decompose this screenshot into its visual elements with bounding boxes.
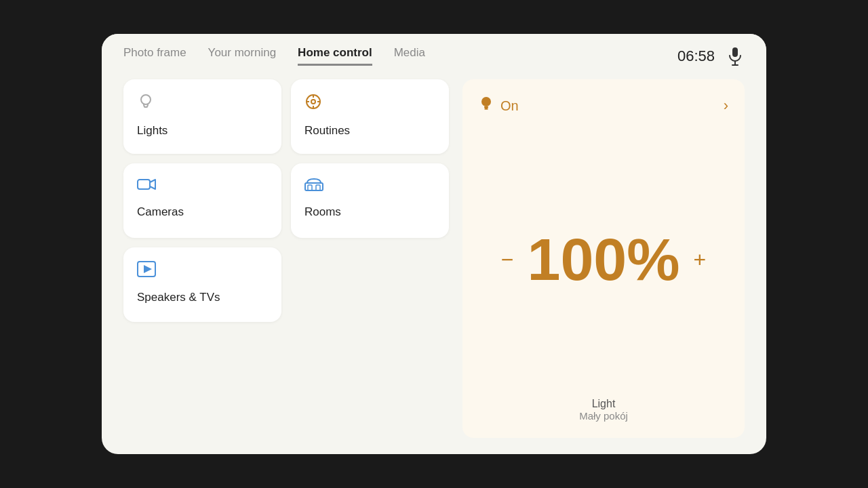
- brightness-value: 100%: [527, 230, 679, 289]
- cameras-label: Cameras: [137, 205, 268, 219]
- chevron-right-icon[interactable]: ›: [724, 97, 728, 115]
- tab-home-control[interactable]: Home control: [298, 46, 372, 66]
- light-room-name: Mały pokój: [479, 410, 728, 422]
- routines-label: Routines: [304, 124, 435, 138]
- bulb-on-icon: [479, 96, 494, 116]
- speakers-tvs-icon: [137, 261, 268, 280]
- top-bar: Photo frame Your morning Home control Me…: [102, 34, 766, 73]
- decrease-brightness-button[interactable]: −: [501, 249, 514, 270]
- tab-media[interactable]: Media: [394, 46, 425, 66]
- increase-brightness-button[interactable]: +: [694, 249, 707, 270]
- speakers-tvs-label: Speakers & TVs: [137, 291, 268, 304]
- cameras-icon: [137, 177, 268, 195]
- rooms-label: Rooms: [304, 205, 435, 219]
- svg-point-3: [141, 95, 151, 104]
- top-right: 06:58: [677, 47, 745, 66]
- rooms-icon: [304, 177, 435, 195]
- svg-rect-0: [732, 47, 738, 57]
- left-grid: Lights Routines: [123, 79, 449, 438]
- lights-icon: [137, 93, 268, 113]
- light-panel: On › − 100% + Light Mały pokój: [462, 79, 745, 438]
- cameras-card[interactable]: Cameras: [123, 163, 281, 238]
- main-content: Lights Routines: [102, 73, 766, 454]
- svg-point-17: [481, 97, 491, 106]
- rooms-card[interactable]: Rooms: [291, 163, 449, 238]
- clock-display: 06:58: [677, 47, 715, 65]
- routines-card[interactable]: Routines: [291, 79, 449, 154]
- light-device-name: Light: [479, 398, 728, 410]
- speakers-tvs-card[interactable]: Speakers & TVs: [123, 247, 281, 322]
- svg-marker-16: [144, 265, 152, 273]
- nav-tabs: Photo frame Your morning Home control Me…: [123, 46, 677, 66]
- tab-photo-frame[interactable]: Photo frame: [123, 46, 186, 66]
- microphone-icon[interactable]: [726, 47, 745, 66]
- light-on-badge[interactable]: On: [479, 96, 519, 116]
- svg-rect-14: [316, 185, 320, 190]
- svg-rect-11: [138, 180, 150, 189]
- lights-label: Lights: [137, 124, 268, 138]
- routines-icon: [304, 93, 435, 113]
- svg-rect-13: [308, 185, 312, 190]
- tab-your-morning[interactable]: Your morning: [208, 46, 277, 66]
- brightness-control: − 100% +: [479, 121, 728, 398]
- device-frame: Photo frame Your morning Home control Me…: [102, 34, 766, 454]
- lights-card[interactable]: Lights: [123, 79, 281, 154]
- light-on-text: On: [500, 98, 519, 114]
- light-status-row: On ›: [479, 96, 728, 116]
- light-info: Light Mały pokój: [479, 398, 728, 422]
- svg-point-6: [311, 100, 315, 104]
